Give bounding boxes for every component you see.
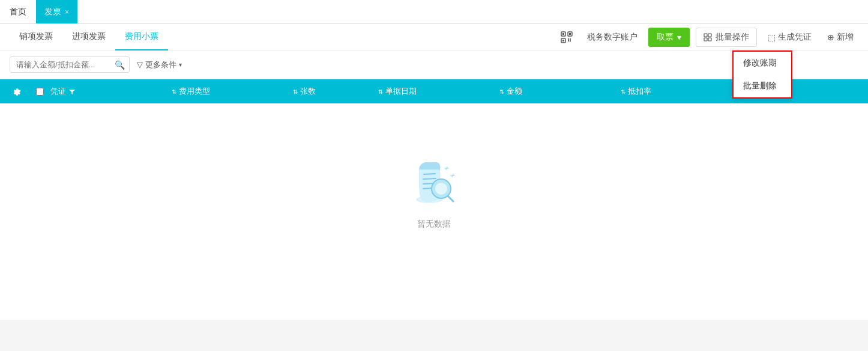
svg-rect-6 (568, 38, 569, 40)
tabs-container: 销项发票 进项发票 费用小票 (10, 24, 168, 50)
th-settings[interactable] (5, 87, 29, 96)
qr-code-icon[interactable] (557, 28, 576, 47)
svg-rect-3 (562, 33, 564, 35)
voucher-icon: ⬚ (768, 32, 776, 42)
empty-illustration (404, 151, 464, 212)
search-input-wrap: 🔍 (10, 56, 130, 73)
th-sort-up: ⇅ (172, 88, 176, 95)
th-date[interactable]: ⇅ 单据日期 (378, 86, 499, 97)
svg-rect-10 (704, 34, 707, 37)
dropdown-edit-period[interactable]: 修改账期 (734, 52, 791, 75)
generate-voucher-button[interactable]: ⬚ 生成凭证 (763, 32, 816, 43)
tab-sales[interactable]: 销项发票 (10, 24, 62, 50)
batch-op-dropdown: 修改账期 批量删除 (732, 50, 792, 99)
toolbar: 销项发票 进项发票 费用小票 税务数字账户 取票 ▾ (0, 24, 868, 50)
th-expense-type-label: 费用类型 (179, 86, 210, 97)
batch-op-icon (704, 33, 712, 41)
select-all-checkbox[interactable] (36, 88, 44, 96)
nav-tab-label: 发票 (44, 7, 61, 17)
th-deduction-rate-label: 抵扣率 (628, 86, 651, 97)
top-nav: 首页 发票 × (0, 0, 868, 24)
th-count[interactable]: ⇅ 张数 (293, 86, 378, 97)
more-conditions-label: 更多条件 (145, 60, 176, 70)
th-date-label: 单据日期 (385, 86, 417, 97)
filter-icon: ▽ (137, 60, 143, 69)
svg-rect-12 (704, 38, 707, 41)
tab-input[interactable]: 进项发票 (62, 24, 115, 50)
batch-op-label: 批量操作 (716, 32, 749, 43)
th-sort-up4: ⇅ (499, 88, 504, 95)
th-voucher-label: 凭证 (50, 86, 66, 97)
take-ticket-button[interactable]: 取票 ▾ (648, 28, 690, 47)
more-conditions-button[interactable]: ▽ 更多条件 ▾ (137, 60, 182, 70)
th-voucher[interactable]: 凭证 (50, 86, 172, 97)
content-area: 凭证 ⇅ 费用类型 ⇅ 张数 ⇅ 单据日期 ⇅ 金额 ⇅ 抵扣率 ⇅ 抵扣金额 (0, 79, 868, 320)
svg-rect-13 (708, 38, 711, 41)
nav-tab-invoice[interactable]: 发票 × (36, 0, 77, 23)
empty-text: 暂无数据 (417, 219, 451, 230)
svg-line-21 (448, 196, 453, 201)
th-checkbox[interactable] (29, 88, 50, 96)
svg-rect-7 (570, 38, 571, 40)
svg-point-20 (435, 183, 447, 195)
th-expense-type[interactable]: ⇅ 费用类型 (172, 86, 293, 97)
batch-op-button[interactable]: 批量操作 (696, 28, 757, 47)
th-sort-up5: ⇅ (621, 88, 625, 95)
th-sort-up2: ⇅ (293, 88, 298, 95)
add-label: 新增 (837, 32, 854, 43)
dropdown-batch-delete[interactable]: 批量删除 (734, 75, 791, 97)
toolbar-actions: 税务数字账户 取票 ▾ 批量操作 修改账期 批量删除 ⬚ 生成凭证 ⊕ 新增 (557, 28, 858, 47)
take-ticket-dropdown-icon: ▾ (677, 32, 681, 42)
th-deduction-rate[interactable]: ⇅ 抵扣率 (621, 86, 742, 97)
nav-home[interactable]: 首页 (0, 0, 36, 23)
search-icon: 🔍 (115, 60, 125, 70)
tab-expense[interactable]: 费用小票 (115, 24, 168, 50)
svg-line-16 (423, 179, 436, 179)
th-voucher-filter-icon (68, 88, 76, 95)
add-icon: ⊕ (827, 32, 834, 42)
svg-rect-9 (570, 40, 571, 41)
search-input[interactable] (10, 56, 130, 73)
svg-rect-11 (708, 34, 711, 37)
close-tab-icon[interactable]: × (65, 8, 69, 16)
th-count-label: 张数 (300, 86, 316, 97)
voucher-label: 生成凭证 (778, 32, 812, 43)
th-sort-up3: ⇅ (378, 88, 383, 95)
empty-state: 暂无数据 (0, 103, 868, 254)
th-amount-label: 金额 (507, 86, 522, 97)
tax-account-button[interactable]: 税务数字账户 (582, 32, 642, 43)
svg-rect-4 (569, 33, 571, 35)
svg-line-15 (424, 174, 435, 174)
more-conditions-chevron: ▾ (179, 61, 182, 68)
take-ticket-label: 取票 (657, 32, 674, 43)
add-button[interactable]: ⊕ 新增 (822, 32, 858, 43)
svg-rect-5 (562, 40, 564, 41)
svg-rect-8 (568, 40, 569, 41)
th-amount[interactable]: ⇅ 金额 (499, 86, 621, 97)
